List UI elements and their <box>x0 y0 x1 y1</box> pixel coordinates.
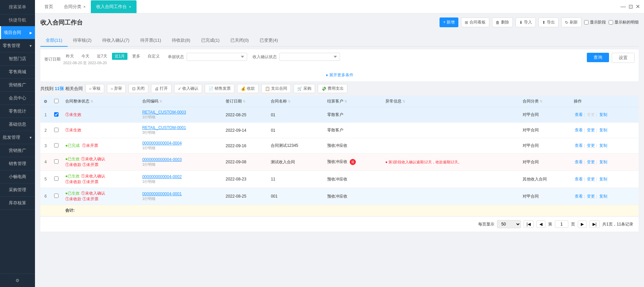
page-input[interactable] <box>555 220 568 228</box>
row-checkbox[interactable] <box>54 128 59 132</box>
sidebar-item-member[interactable]: 会员中心 <box>0 92 35 105</box>
show-stages-checkbox[interactable] <box>584 20 589 25</box>
tab-minimize-icon[interactable]: — <box>620 4 626 10</box>
delete-button[interactable]: 🗑 删除 <box>492 17 513 27</box>
show-details-check[interactable]: 显示标的明细 <box>609 19 639 25</box>
kanban-button[interactable]: ⊞ 合同看板 <box>461 17 489 27</box>
date-btn-last7days[interactable]: 近7天 <box>94 53 110 60</box>
new-button[interactable]: + 新增 <box>440 17 458 27</box>
contract-code-link[interactable]: RETAIL_CUSTOM-0003 <box>142 110 186 115</box>
row-checkbox[interactable] <box>54 143 59 148</box>
sort-date-icon[interactable]: ⇅ <box>243 99 245 103</box>
doc-status-select[interactable] <box>187 53 247 61</box>
view-action[interactable]: 查看 <box>575 128 583 132</box>
sidebar-search[interactable]: 搜索菜单 <box>0 0 35 14</box>
view-action[interactable]: 查看 <box>575 160 583 164</box>
purchase-button[interactable]: 🛒 采购 <box>294 84 315 93</box>
sidebar-item-xiaochangec[interactable]: 小畅电商 <box>0 170 35 183</box>
sidebar-item-sales-mgmt[interactable]: 销售管理 <box>0 157 35 170</box>
view-action[interactable]: 查看 <box>575 177 583 181</box>
filter-tab-changed[interactable]: 已变更(4) <box>254 35 283 47</box>
date-btn-custom[interactable]: 自定义 <box>145 53 162 60</box>
close-contract-button[interactable]: ⊡ 关闭 <box>128 84 148 93</box>
sidebar-settings[interactable]: ⚙ <box>0 274 35 287</box>
first-page-btn[interactable]: |◀ <box>524 220 534 228</box>
sidebar-item-smart-store[interactable]: 智慧门店 <box>0 52 35 66</box>
sort-status-icon[interactable]: ⇅ <box>90 99 93 103</box>
filter-tab-completed[interactable]: 已完成(1) <box>196 35 225 47</box>
sidebar-item-project[interactable]: 项目合同 ▶ <box>0 26 35 39</box>
sort-type-icon[interactable]: ⇅ <box>540 99 542 103</box>
view-action[interactable]: 查看 <box>575 143 583 148</box>
contract-code-link[interactable]: 0000000000004-0003 <box>142 157 182 162</box>
settings-col-icon[interactable]: ⚙ <box>44 99 47 104</box>
tab-contract-type[interactable]: 合同分类 × <box>59 0 91 13</box>
sidebar-item-marketing[interactable]: 营销推广 <box>0 79 35 92</box>
expand-filter-btn[interactable]: ▾ 展开更多条件 <box>326 72 353 78</box>
filter-tab-closed[interactable]: 已关闭(0) <box>225 35 254 47</box>
date-btn-last1month[interactable]: 近1月 <box>112 53 128 60</box>
date-btn-today[interactable]: 今天 <box>79 53 92 60</box>
last-page-btn[interactable]: ▶| <box>590 220 600 228</box>
expense-out-button[interactable]: 📋 支出合同 <box>261 84 291 93</box>
print-button[interactable]: 🖨 打开 <box>151 84 172 93</box>
filter-tab-pending-payment[interactable]: 待收款(8) <box>166 35 196 47</box>
row-checkbox[interactable] <box>54 176 59 181</box>
row-checkbox[interactable] <box>54 194 59 198</box>
payment-button[interactable]: 💰 收款 <box>237 84 259 93</box>
show-stages-check[interactable]: 显示阶段 <box>584 19 606 25</box>
review-button[interactable]: ○ 审核 <box>85 84 104 93</box>
tab-maximize-icon[interactable]: ⊡ <box>629 3 633 10</box>
contract-code-link[interactable]: 0000000000004-0001 <box>142 192 182 196</box>
income-confirm-button[interactable]: ✓ 收入确认 <box>174 84 202 93</box>
sort-error-icon[interactable]: ⇅ <box>403 99 405 103</box>
settings-button[interactable]: 设置 <box>612 53 635 63</box>
contract-code-link[interactable]: 0000000000004-0004 <box>142 141 182 146</box>
filter-tab-pending-confirm[interactable]: 待收入确认(7) <box>97 35 135 47</box>
tab-close-income-workbench[interactable]: × <box>129 5 131 9</box>
tab-close-icon[interactable]: ✕ <box>636 3 640 10</box>
tab-income-workbench[interactable]: 收入合同工作台 × <box>91 0 136 13</box>
copy-action[interactable]: 复制 <box>599 194 607 199</box>
view-action[interactable]: 查看 <box>575 194 583 199</box>
sort-name-icon[interactable]: ⇅ <box>288 99 291 103</box>
copy-action[interactable]: 复制 <box>599 177 607 181</box>
view-action[interactable]: 查看 <box>575 112 583 117</box>
date-btn-yesterday[interactable]: 昨天 <box>63 53 77 60</box>
refresh-button[interactable]: ↻ 刷新 <box>561 17 581 27</box>
show-details-checkbox[interactable] <box>609 20 613 25</box>
tab-home[interactable]: 首页 <box>39 0 59 13</box>
select-all-checkbox[interactable] <box>54 99 59 103</box>
query-button[interactable]: 查询 <box>587 53 609 62</box>
sidebar-item-retail-stat[interactable]: 零售统计 <box>0 105 35 118</box>
contract-code-link[interactable]: 0000000000004-0002 <box>142 174 182 179</box>
cost-out-button[interactable]: 💸 费用支出 <box>318 84 347 93</box>
copy-action[interactable]: 复制 <box>599 112 607 117</box>
row-checkbox[interactable] <box>54 112 59 117</box>
abandon-review-button[interactable]: ○ 弃审 <box>107 84 126 93</box>
sort-code-icon[interactable]: ⇅ <box>159 99 162 103</box>
sidebar-item-purchase[interactable]: 采购管理 <box>0 183 35 197</box>
contract-code-link[interactable]: RETAIL_CUSTOM-0001 <box>142 125 186 130</box>
sidebar-item-retail-mgmt[interactable]: 零售管理 ▼ <box>0 39 35 52</box>
tab-close-contract-type[interactable]: × <box>83 5 85 9</box>
page-size-select[interactable]: 50 10 20 100 <box>497 220 521 228</box>
sidebar-quick-nav[interactable]: 快捷导航 <box>0 14 35 26</box>
change-action[interactable]: 变更 <box>587 112 595 117</box>
sidebar-item-inventory[interactable]: 库存核算 <box>0 197 35 210</box>
copy-action[interactable]: 复制 <box>599 143 607 148</box>
prev-page-btn[interactable]: ◀ <box>536 220 545 228</box>
change-action[interactable]: 变更 <box>587 128 595 132</box>
sort-customer-icon[interactable]: ⇅ <box>344 99 347 103</box>
sidebar-item-base-info[interactable]: 基础信息 <box>0 118 35 131</box>
sidebar-item-retail-mall[interactable]: 零售商城 <box>0 66 35 79</box>
income-confirm-select[interactable] <box>279 53 340 61</box>
sidebar-item-marketing2[interactable]: 营销推广 <box>0 144 35 157</box>
filter-tab-pending-review[interactable]: 待审核(2) <box>68 35 97 47</box>
copy-action[interactable]: 复制 <box>599 160 607 164</box>
next-page-btn[interactable]: ▶ <box>578 220 587 228</box>
row-checkbox[interactable] <box>54 159 59 164</box>
change-action[interactable]: 变更 <box>587 160 595 164</box>
sidebar-item-wholesale[interactable]: 批发管理 ▼ <box>0 131 35 144</box>
change-action[interactable]: 变更 <box>587 143 595 148</box>
